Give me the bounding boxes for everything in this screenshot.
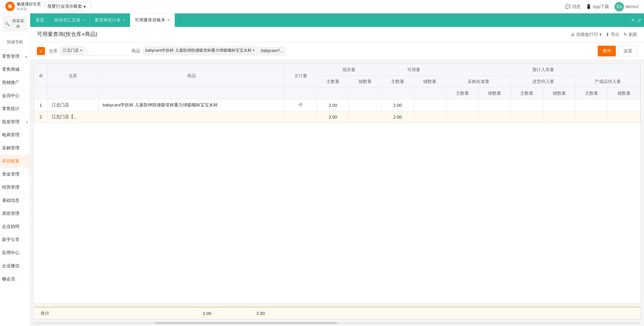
app-subtitle: 标准版 [17,7,41,11]
table-row: 1 江北门店 babycare学饮杯 儿童防摔防撞吸管杯重力球吸嘴杯宝宝水杯 个… [34,99,640,111]
query-btn[interactable]: 查询 [598,46,616,56]
sidebar-item-app-center[interactable]: 应用中心 [0,246,30,260]
avatar: Ea [614,2,624,11]
col-unit-sub [284,88,317,99]
window-controls: × ⤢ [629,13,644,27]
sidebar-item-retail-mall[interactable]: 零售商城 [0,63,30,76]
cell-current-aux [349,99,381,111]
refresh-icon: ↻ [624,32,627,37]
footer-available-main: 2.00 [247,311,274,316]
warehouse-more[interactable]: ... [86,48,89,53]
quick-nav-btn[interactable]: 快捷导航 [3,37,27,47]
sidebar-item-ecommerce[interactable]: 电商管理 [0,129,30,142]
filter-expand-btn[interactable]: » [37,47,45,55]
cell-product-2 [98,111,284,123]
print-btn[interactable]: 🖨 按模板打印 ▾ [571,32,602,38]
cell-available-main-2: 2.00 [381,111,414,123]
product-tag-1[interactable]: babycare学饮杯 儿童防摔防撞吸管杯重力球吸嘴杯宝宝水杯 × [143,47,257,54]
sidebar-item-wholesale-mgmt[interactable]: 批发管理 ▾ [0,115,30,129]
top-bar: 畅 畅捷通好生意 标准版 母婴行业演示账套 ▾ 💬 消息 📱 App下载 Ea … [0,0,644,13]
col-curr-aux-sub [349,88,381,99]
maximize-icon[interactable]: ⤢ [637,17,641,24]
sidebar-item-vip[interactable]: 畅会员 [0,273,30,286]
tab-close-icon[interactable]: × [123,18,125,22]
col-settings[interactable]: ⚙ [34,64,48,88]
product-filter: 商品 babycare学饮杯 儿童防摔防撞吸管杯重力球吸嘴杯宝宝水杯 × bab… [131,47,285,55]
sidebar-item-operations[interactable]: 经营管理 [0,181,30,194]
col-index [34,88,48,99]
sidebar-item-guide[interactable]: 新手引导 [0,233,30,246]
tab-available-ledger[interactable]: 可用量库存账本 × [130,13,175,27]
col-available-main: 主数量 [381,76,414,88]
chevron-down-icon: ▾ [599,32,602,37]
cell-pur-aux [478,99,511,111]
col-production-pending: 产成品待入量 [576,76,640,88]
scrollbar-thumb[interactable] [155,322,337,324]
chevron-icon: ▾ [26,120,28,124]
col-wh-sub [48,88,99,99]
sidebar-item-retail-mgmt[interactable]: 零售管理 ▲ [0,50,30,63]
warehouse-tags: 江北门店 × ... [60,47,127,55]
sidebar-item-marketing[interactable]: 营销推广 [0,76,30,89]
tab-receive-summary[interactable]: 收发存汇总表 × [50,13,90,27]
sidebar-item-wechat[interactable]: 企业微信 [0,260,30,273]
sidebar-item-basic-info[interactable]: 基础信息 [0,194,30,207]
chevron-icon: ▲ [24,55,28,58]
cell-product: babycare学饮杯 儿童防摔防撞吸管杯重力球吸嘴杯宝宝水杯 [98,99,284,111]
page-header: 可用量查询(按仓库+商品) 🖨 按模板打印 ▾ ⬇ 导出 ↻ 刷新 [30,27,644,42]
download-icon: 📱 [586,4,591,9]
app-name: 畅捷通好生意 [17,2,41,6]
cell-pur-main-2 [446,111,478,123]
download-btn[interactable]: 📱 App下载 [586,4,609,10]
sidebar-item-inventory[interactable]: 库存核算 [0,155,30,168]
user-menu[interactable]: Ea demo2 [614,2,639,11]
cell-available-aux-2 [414,111,446,123]
page-content: 可用量查询(按仓库+商品) 🖨 按模板打印 ▾ ⬇ 导出 ↻ 刷新 [30,27,644,326]
sidebar-item-system[interactable]: 系统管理 [0,207,30,220]
export-btn[interactable]: ⬇ 导出 [606,32,620,38]
table-footer: 合计 2.00 2.00 [34,307,641,319]
chevron-down-icon: ▾ [84,4,86,9]
cell-available-aux [414,99,446,111]
sidebar-item-finance[interactable]: 资金管理 [0,168,30,181]
horizontal-scrollbar[interactable] [30,319,644,326]
warehouse-tag[interactable]: 江北门店 × [60,47,85,54]
sidebar-item-purchase[interactable]: 采购管理 [0,142,30,155]
refresh-btn[interactable]: ↻ 刷新 [624,32,637,38]
message-btn[interactable]: 💬 消息 [565,4,581,10]
cell-warehouse-2: 江北门店【... [48,111,99,123]
col-prod-sub [98,88,284,99]
sidebar-item-member[interactable]: 会员中心 [0,89,30,102]
cell-inc-main [511,99,543,111]
footer-spacer2 [173,311,194,316]
print-icon: 🖨 [571,32,575,37]
industry-selector[interactable]: 母婴行业演示账套 ▾ [44,2,91,11]
sidebar-item-enterprise[interactable]: 企业协同 [0,220,30,233]
content-area: 首页 收发存汇总表 × 要货单统计表 × 可用量库存账本 × × ⤢ [30,13,644,326]
scrollbar-track [34,322,641,324]
footer-label: 合计 [41,310,49,316]
tab-close-icon[interactable]: × [83,18,85,22]
sidebar-item-retail-stats[interactable]: 零售统计 [0,102,30,115]
col-avail-aux-sub [414,88,446,99]
cell-available-main: 2.00 [381,99,414,111]
cell-pur-aux-2 [478,111,511,123]
cell-index-2: 2 [34,111,48,123]
main-layout: 🔍 搜索菜单 快捷导航 零售管理 ▲ 零售商城 营销推广 会员中心 零售统计 批… [0,13,644,326]
tab-home[interactable]: 首页 [30,13,50,27]
tab-close-icon[interactable]: × [167,18,170,22]
logo-area: 畅 畅捷通好生意 标准版 [5,2,41,11]
setting-btn[interactable]: 设置 [619,46,637,56]
close-window-icon[interactable]: × [631,17,634,23]
product-label: 商品 [131,48,140,54]
col-inc-aux: 辅数量 [543,88,575,99]
sidebar-search-area: 🔍 搜索菜单 [0,13,30,35]
cell-unit-2 [284,111,317,123]
page-actions: 🖨 按模板打印 ▾ ⬇ 导出 ↻ 刷新 [571,32,637,38]
col-current-stock: 现存量 [317,64,381,76]
search-menu-btn[interactable]: 🔍 搜索菜单 [3,16,27,32]
product-tag-2[interactable]: babycare?... [259,47,285,54]
app-info: 畅捷通好生意 标准版 [17,2,41,11]
col-unit: 主计量 [284,64,317,88]
tab-order-stats[interactable]: 要货单统计表 × [90,13,130,27]
